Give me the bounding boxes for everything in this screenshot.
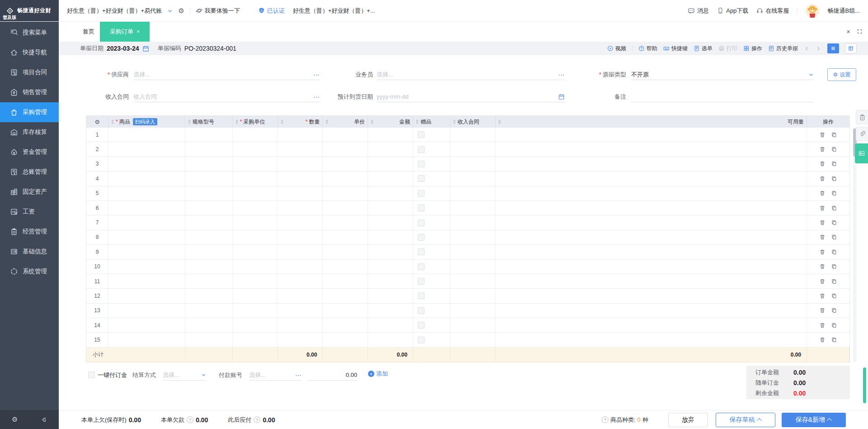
cell-available[interactable] xyxy=(495,274,807,289)
cell-contract[interactable] xyxy=(450,128,495,142)
cell-gift[interactable] xyxy=(413,128,450,142)
cell-amount[interactable] xyxy=(368,318,413,333)
sort-icon[interactable] xyxy=(111,119,114,124)
discard-button[interactable]: 放弃 xyxy=(668,413,708,427)
sidebar-item-asset[interactable]: 固定资产 xyxy=(0,182,59,202)
cell-gift[interactable] xyxy=(413,201,450,215)
add-payment-button[interactable]: + 添加 xyxy=(368,370,388,378)
cell-price[interactable] xyxy=(323,215,368,230)
cell-qty[interactable] xyxy=(278,142,323,157)
fullscreen-icon[interactable] xyxy=(857,29,863,34)
cell-unit[interactable] xyxy=(233,333,278,347)
cell-amount[interactable] xyxy=(368,333,413,347)
gift-checkbox[interactable] xyxy=(418,146,425,153)
toolbar-help-button[interactable]: 帮助 xyxy=(638,45,657,52)
cell-price[interactable] xyxy=(323,274,368,289)
chevron-down-icon[interactable] xyxy=(201,372,206,377)
cell-qty[interactable] xyxy=(278,245,323,259)
cell-product[interactable] xyxy=(108,142,185,157)
cell-price[interactable] xyxy=(323,142,368,157)
settings-gear-icon[interactable]: ⚙ xyxy=(12,415,18,424)
cell-qty[interactable] xyxy=(278,186,323,201)
close-tab-icon[interactable]: × xyxy=(137,29,140,35)
cell-gift[interactable] xyxy=(413,172,450,186)
column-header-qty[interactable]: *数量 xyxy=(278,116,323,128)
cell-contract[interactable] xyxy=(450,215,495,230)
delete-row-icon[interactable] xyxy=(819,307,826,314)
cell-price[interactable] xyxy=(323,289,368,303)
copy-row-icon[interactable] xyxy=(831,132,837,138)
cell-available[interactable] xyxy=(495,172,807,186)
gift-checkbox[interactable] xyxy=(418,175,425,182)
cell-qty[interactable] xyxy=(278,318,323,333)
delete-row-icon[interactable] xyxy=(819,322,826,329)
copy-row-icon[interactable] xyxy=(831,161,837,167)
settle-method-select[interactable]: 选择... xyxy=(163,370,206,381)
cell-unit[interactable] xyxy=(233,245,278,259)
cell-available[interactable] xyxy=(495,142,807,157)
delete-row-icon[interactable] xyxy=(819,249,826,255)
copy-row-icon[interactable] xyxy=(831,205,837,211)
cell-unit[interactable] xyxy=(233,128,278,142)
cell-price[interactable] xyxy=(323,304,368,318)
delete-row-icon[interactable] xyxy=(819,278,826,285)
prepay-checkbox[interactable] xyxy=(88,372,95,378)
toolbar-pick-button[interactable]: 选单 xyxy=(693,45,712,52)
cell-qty[interactable] xyxy=(278,201,323,215)
cell-available[interactable] xyxy=(495,157,807,172)
cell-amount[interactable] xyxy=(368,274,413,289)
help-icon[interactable]: ? xyxy=(254,416,260,423)
pay-account-field[interactable]: 选择... ⋯ xyxy=(249,370,302,381)
cell-available[interactable] xyxy=(495,289,807,303)
sort-icon[interactable] xyxy=(498,119,501,124)
cell-price[interactable] xyxy=(323,186,368,201)
cell-unit[interactable] xyxy=(233,142,278,157)
cell-contract[interactable] xyxy=(450,186,495,201)
sidebar-item-sales[interactable]: 销售管理 xyxy=(0,82,59,102)
cell-unit[interactable] xyxy=(233,157,278,172)
cell-available[interactable] xyxy=(495,260,807,274)
cell-unit[interactable] xyxy=(233,260,278,274)
delete-row-icon[interactable] xyxy=(819,190,826,196)
cell-amount[interactable] xyxy=(368,289,413,303)
sidebar-item-salary[interactable]: 工资 xyxy=(0,202,59,222)
gift-checkbox[interactable] xyxy=(418,219,425,226)
sort-icon[interactable] xyxy=(371,119,373,124)
view-form-button[interactable] xyxy=(845,43,857,53)
gift-checkbox[interactable] xyxy=(418,131,425,138)
help-icon[interactable]: ? xyxy=(187,416,193,423)
delete-row-icon[interactable] xyxy=(819,205,826,211)
cell-qty[interactable] xyxy=(278,215,323,230)
user-name[interactable]: 畅捷通B组... xyxy=(827,7,860,15)
cell-available[interactable] xyxy=(495,230,807,245)
copy-row-icon[interactable] xyxy=(831,322,837,329)
sidebar-item-operate[interactable]: 经营管理 xyxy=(0,222,59,242)
image-panel-icon[interactable] xyxy=(855,143,868,163)
cell-contract[interactable] xyxy=(450,201,495,215)
column-header-product[interactable]: *商品扫码录入 xyxy=(108,116,185,128)
cell-available[interactable] xyxy=(495,333,807,347)
gear-icon[interactable]: ⚙ xyxy=(178,7,184,15)
cell-spec[interactable] xyxy=(185,274,233,289)
copy-row-icon[interactable] xyxy=(831,293,837,299)
cell-gift[interactable] xyxy=(413,245,450,259)
settings-button[interactable]: ⚙ 设置 xyxy=(827,68,856,81)
sort-icon[interactable] xyxy=(416,119,419,124)
cell-contract[interactable] xyxy=(450,245,495,259)
chevron-down-icon[interactable] xyxy=(808,72,814,77)
column-header-price[interactable]: 单价 xyxy=(323,116,368,128)
cell-price[interactable] xyxy=(323,201,368,215)
sidebar-item-inventory[interactable]: 库存核算 xyxy=(0,122,59,142)
cell-spec[interactable] xyxy=(185,260,233,274)
cell-qty[interactable] xyxy=(278,274,323,289)
cell-contract[interactable] xyxy=(450,157,495,172)
cell-amount[interactable] xyxy=(368,215,413,230)
copy-row-icon[interactable] xyxy=(831,219,837,226)
cell-spec[interactable] xyxy=(185,289,233,303)
sidebar-item-contract[interactable]: 项目合同 xyxy=(0,62,59,82)
sidebar-item-search[interactable]: 搜索菜单 xyxy=(0,23,59,43)
experience-link[interactable]: 我要体验一下 xyxy=(196,7,240,15)
cell-price[interactable] xyxy=(323,157,368,172)
copy-row-icon[interactable] xyxy=(831,190,837,196)
copy-row-icon[interactable] xyxy=(831,234,837,240)
